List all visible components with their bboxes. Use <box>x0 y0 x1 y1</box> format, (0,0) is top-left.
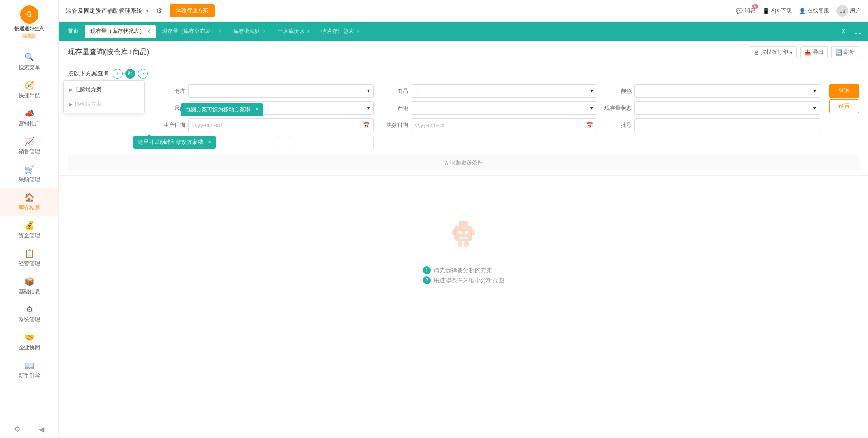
megaphone-icon: 📣 <box>24 108 34 118</box>
settings-bottom-btn[interactable]: ⚙ <box>14 425 20 433</box>
export-label: 导出 <box>813 48 824 56</box>
tab-inout[interactable]: 出入库流水 × <box>272 25 316 38</box>
system-dropdown-btn[interactable]: ▾ <box>146 8 149 14</box>
search-btn[interactable]: 查询 <box>829 84 859 98</box>
stock-status-select[interactable]: ▾ <box>634 101 820 115</box>
sidebar-item-search[interactable]: 🔍 搜索菜单 <box>0 48 58 76</box>
stock-qty-to-input[interactable] <box>290 136 374 149</box>
refresh-schema-btn[interactable]: ↻ <box>125 69 135 79</box>
collapse-bar[interactable]: ∧ 收起更多条件 <box>68 155 859 170</box>
tooltip-scheme-1: 电脑方案可设为移动方案哦 × <box>181 103 263 116</box>
tab-batch-close[interactable]: × <box>263 29 266 34</box>
page-header: 现存量查询(按仓库+商品) 🖨 按模板打印 ▾ 📤 导出 🔄 刷新 <box>59 41 868 63</box>
sidebar-item-finance[interactable]: 💰 资金管理 <box>0 216 58 244</box>
app-download-btn[interactable]: 📱 App下载 <box>763 7 792 14</box>
warehouse-select[interactable]: ··· ▾ <box>188 84 374 98</box>
tab-fullscreen-btn[interactable]: ⛶ <box>852 25 864 38</box>
tooltip-1-close-btn[interactable]: × <box>255 106 259 113</box>
tab-home[interactable]: 首页 <box>62 25 84 38</box>
empty-step-1: 1 请先选择要分析的方案 <box>423 266 504 274</box>
page-title: 现存量查询(按仓库+商品) <box>68 47 149 57</box>
sidebar-item-inventory[interactable]: 🏠 库存核算 <box>0 188 58 216</box>
schema-item-mobile[interactable]: ▶ 移动端方案 <box>64 98 144 110</box>
tab-inventory-status[interactable]: 现存量（库存状况表） × <box>85 25 156 38</box>
svg-point-2 <box>458 231 462 234</box>
filter-setting-btn[interactable]: 设置 <box>829 99 859 113</box>
batch-input[interactable] <box>634 118 820 132</box>
tab-inout-label: 出入库流水 <box>278 28 305 35</box>
tab-summary[interactable]: 收发存汇总表 × <box>316 25 365 38</box>
sidebar-item-corp[interactable]: 🤝 企业协同 <box>0 328 58 356</box>
add-schema-btn[interactable]: + <box>113 69 123 79</box>
schema-mobile-label: 移动端方案 <box>75 100 102 108</box>
sidebar-item-quicknav[interactable]: 🧭 快捷导航 <box>0 76 58 104</box>
print-icon: 🖨 <box>754 49 759 56</box>
topbar-settings-btn[interactable]: ⚙ <box>152 4 166 18</box>
tab-inventory-status-close[interactable]: × <box>147 29 150 34</box>
tab-summary-label: 收发存汇总表 <box>321 28 354 35</box>
schema-item-desktop[interactable]: ▶ 电脑端方案 <box>64 84 144 96</box>
size-dropdown-icon: ▾ <box>367 105 370 111</box>
color-dropdown-icon: ▾ <box>813 88 816 94</box>
sidebar-item-system[interactable]: ⚙ 系统管理 <box>0 300 58 328</box>
tab-home-label: 首页 <box>68 28 79 35</box>
sidebar-item-guide[interactable]: 📖 新手引导 <box>0 356 58 384</box>
tab-summary-close[interactable]: × <box>357 29 359 34</box>
stock-status-dropdown-icon: ▾ <box>813 105 816 111</box>
sidebar-nav: 🔍 搜索菜单 🧭 快捷导航 📣 营销推广 📈 销售管理 🛒 采购管理 🏠 库存核… <box>0 44 58 420</box>
origin-select[interactable]: ▾ <box>411 101 597 115</box>
expire-date-icon: 📅 <box>586 122 593 128</box>
tab-inventory-dist[interactable]: 现存量（库存分布表） × <box>156 25 227 38</box>
tab-batch[interactable]: 库存批次账 × <box>228 25 271 38</box>
warehouse-label: 仓库 <box>158 87 185 95</box>
svg-rect-6 <box>471 229 475 235</box>
search-icon: 🔍 <box>24 52 34 62</box>
tabbar-actions: × ⛶ <box>837 25 864 38</box>
phone-icon: 📱 <box>763 8 769 14</box>
schema-panel: ▶ 电脑端方案 ▶ 移动端方案 <box>63 80 145 113</box>
tab-inout-close[interactable]: × <box>307 29 310 34</box>
product-select[interactable]: ··· ▾ <box>411 84 597 98</box>
system-name-label: 装备及固定资产辅助管理系统 <box>66 7 142 15</box>
logo-text: 畅通通好生意 <box>14 25 44 32</box>
sidebar-item-ops[interactable]: 📋 经营管理 <box>0 244 58 272</box>
sidebar-item-marketing[interactable]: 📣 营销推广 <box>0 104 58 132</box>
trial-btn[interactable]: 体验行业方案 <box>170 4 215 17</box>
finance-icon: 💰 <box>24 221 34 231</box>
tab-inventory-dist-close[interactable]: × <box>219 29 222 34</box>
tab-close-all-btn[interactable]: × <box>837 25 850 38</box>
warehouse-dropdown-icon: ▾ <box>367 88 370 94</box>
guide-icon: 📖 <box>24 361 34 371</box>
online-service-btn[interactable]: 👤 在线客服 <box>799 7 829 14</box>
page-actions: 🖨 按模板打印 ▾ 📤 导出 🔄 刷新 <box>750 46 859 58</box>
back-btn[interactable]: « <box>138 69 148 79</box>
produce-date-input[interactable]: yyyy-mm-dd 📅 <box>188 118 374 132</box>
step-1-text: 请先选择要分析的方案 <box>434 266 492 274</box>
warehouse-field-row: 仓库 ··· ▾ <box>158 84 374 98</box>
collapse-sidebar-btn[interactable]: ◀ <box>39 425 44 433</box>
refresh-icon: 🔄 <box>835 49 842 56</box>
color-select[interactable]: ▾ <box>634 84 820 98</box>
sidebar-item-basic[interactable]: 📦 基础信息 <box>0 272 58 300</box>
expire-date-field-row: 失效日期 yyyy-mm-dd 📅 <box>381 118 597 132</box>
sidebar-item-finance-label: 资金管理 <box>19 232 40 240</box>
schema-section: ▶ 电脑端方案 ▶ 移动端方案 <box>64 81 144 113</box>
export-btn[interactable]: 📤 导出 <box>800 46 828 58</box>
content-area: 现存量查询(按仓库+商品) 🖨 按模板打印 ▾ 📤 导出 🔄 刷新 <box>59 41 868 438</box>
sidebar-item-guide-label: 新手引导 <box>19 372 40 380</box>
user-menu-btn[interactable]: Ea 用户 <box>836 5 861 17</box>
expire-date-input[interactable]: yyyy-mm-dd 📅 <box>411 118 597 132</box>
empty-state: 1 请先选择要分析的方案 2 用过滤条件来缩小分析范围 <box>59 176 868 322</box>
message-btn[interactable]: 💬 消息 6 <box>736 7 755 14</box>
sidebar-item-sales[interactable]: 📈 销售管理 <box>0 132 58 160</box>
user-label: 用户 <box>850 7 861 14</box>
sidebar-item-corp-label: 企业协同 <box>19 344 40 352</box>
collapse-icon: ∧ <box>444 160 448 166</box>
refresh-btn[interactable]: 🔄 刷新 <box>831 46 859 58</box>
stock-qty-dash: — <box>281 139 287 146</box>
refresh-label: 刷新 <box>844 48 855 56</box>
topbar: 装备及固定资产辅助管理系统 ▾ ⚙ 体验行业方案 💬 消息 6 📱 App下载 … <box>59 0 868 22</box>
sidebar-item-purchase[interactable]: 🛒 采购管理 <box>0 160 58 188</box>
tooltip-2-close-btn[interactable]: × <box>208 139 211 145</box>
print-btn[interactable]: 🖨 按模板打印 ▾ <box>750 46 797 58</box>
